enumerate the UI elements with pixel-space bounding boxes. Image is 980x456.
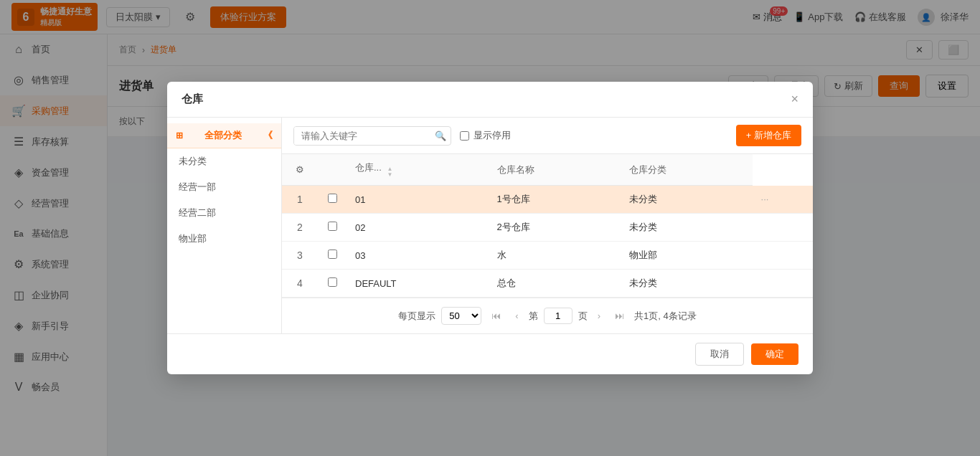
category-sidebar: ⊞ 全部分类 《 未分类 经营一部 经营二部 物业部 bbox=[167, 118, 282, 137]
modal-close-button[interactable]: × bbox=[791, 92, 798, 107]
modal-title: 仓库 bbox=[182, 92, 203, 106]
all-category-header[interactable]: ⊞ 全部分类 《 bbox=[167, 123, 281, 137]
modal-main-panel: 🔍 显示停用 + 新增仓库 ⚙ 仓库... bbox=[282, 118, 813, 137]
show-disabled-checkbox[interactable] bbox=[460, 131, 469, 138]
show-disabled-label: 显示停用 bbox=[473, 129, 511, 137]
collapse-icon[interactable]: 《 bbox=[263, 129, 273, 137]
modal-body: ⊞ 全部分类 《 未分类 经营一部 经营二部 物业部 🔍 bbox=[167, 118, 813, 137]
modal-toolbar: 🔍 显示停用 + 新增仓库 bbox=[282, 118, 813, 137]
warehouse-modal: 仓库 × ⊞ 全部分类 《 未分类 经营一部 经营二部 物业部 bbox=[167, 82, 813, 137]
show-disabled-checkbox-label[interactable]: 显示停用 bbox=[460, 129, 511, 137]
search-icon[interactable]: 🔍 bbox=[429, 127, 451, 138]
all-category-icon: ⊞ bbox=[176, 130, 183, 137]
all-category-label: 全部分类 bbox=[204, 129, 242, 137]
search-box: 🔍 bbox=[293, 126, 451, 138]
add-warehouse-button[interactable]: + 新增仓库 bbox=[736, 125, 801, 137]
search-input[interactable] bbox=[294, 127, 429, 138]
modal-header: 仓库 × bbox=[167, 82, 813, 118]
